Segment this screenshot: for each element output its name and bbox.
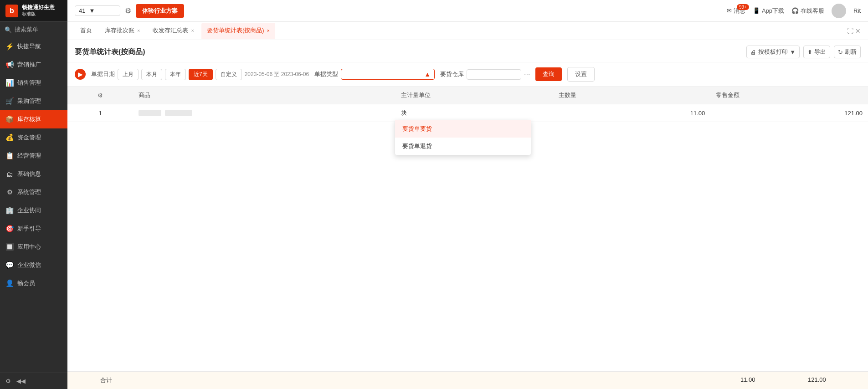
sidebar-item-enterprise[interactable]: 🏢 企业协同	[0, 201, 67, 220]
query-button[interactable]: 查询	[535, 67, 562, 81]
sidebar-item-sales[interactable]: 📊 销售管理	[0, 74, 67, 92]
tab-maximize-icon[interactable]: ⛶	[847, 27, 853, 35]
table-footer: 合计 11.00 121.00	[67, 371, 868, 389]
sidebar-item-label: 营销推广	[17, 61, 41, 69]
date-btn-this-year[interactable]: 本年	[165, 69, 186, 80]
tab-close-icon[interactable]: ×	[267, 28, 270, 33]
app-name: 畅捷通好生意	[22, 4, 55, 11]
warehouse-input[interactable]	[467, 69, 521, 80]
date-btn-this-month[interactable]: 本月	[141, 69, 162, 80]
sidebar-item-label: 经营管理	[17, 152, 41, 160]
type-dropdown-arrow[interactable]: ▲	[424, 71, 431, 78]
dropdown-item-order-return[interactable]: 要货单退货	[395, 138, 531, 155]
top-header: 41 ▼ ⚙ 体验行业方案 ✉ 消息 99+ 📱 App下载 🎧 在线客服 Ri…	[67, 0, 868, 22]
collapse-icon[interactable]: ◀◀	[16, 378, 26, 384]
purchase-icon: 🛒	[5, 97, 14, 105]
sidebar-item-label: 畅会员	[17, 279, 35, 287]
search-icon: 🔍	[5, 26, 12, 33]
tab-receivable-summary[interactable]: 收发存汇总表 ×	[147, 23, 199, 39]
sidebar-item-operations[interactable]: 📋 经营管理	[0, 147, 67, 165]
filter-toggle-btn[interactable]: ▶	[75, 69, 86, 80]
sidebar-item-guide[interactable]: 🎯 新手引导	[0, 220, 67, 238]
dropdown-item-label: 要货单退货	[402, 143, 432, 149]
export-button[interactable]: ⬆ 导出	[803, 46, 830, 58]
message-badge: 99+	[737, 4, 749, 10]
sidebar-item-quick-nav[interactable]: ⚡ 快捷导航	[0, 37, 67, 56]
app-download-label: App下载	[762, 7, 784, 15]
user-name: Rit	[853, 7, 861, 14]
service-label: 在线客服	[801, 7, 824, 15]
message-link[interactable]: ✉ 消息 99+	[727, 7, 745, 15]
tab-close-icon[interactable]: ×	[137, 28, 140, 33]
main-area: 41 ▼ ⚙ 体验行业方案 ✉ 消息 99+ 📱 App下载 🎧 在线客服 Ri…	[67, 0, 868, 389]
refresh-button[interactable]: ↻ 刷新	[834, 46, 861, 58]
more-filters-icon[interactable]: ···	[524, 70, 530, 78]
sidebar-item-wechat[interactable]: 💬 企业微信	[0, 256, 67, 274]
sidebar-item-label: 基础信息	[17, 170, 41, 178]
sidebar-item-label: 新手引导	[17, 225, 41, 233]
sidebar-item-label: 应用中心	[17, 243, 41, 251]
sidebar-item-label: 企业协同	[17, 206, 41, 215]
warehouse-field[interactable]	[471, 71, 516, 78]
tab-close-icon[interactable]: ×	[191, 28, 194, 33]
marketing-icon: 📢	[5, 61, 14, 69]
basic-icon: 🗂	[5, 170, 14, 178]
system-icon: ⚙	[5, 188, 14, 196]
sidebar-item-system[interactable]: ⚙ 系统管理	[0, 183, 67, 201]
dropdown-item-order-goods[interactable]: 要货单要货	[395, 120, 531, 138]
sidebar-item-appstore[interactable]: 🔲 应用中心	[0, 238, 67, 256]
app-download-link[interactable]: 📱 App下载	[753, 7, 784, 15]
row-amount[interactable]: 121.00	[710, 104, 868, 122]
header-gear-icon[interactable]: ⚙	[125, 6, 131, 15]
sidebar-item-inventory[interactable]: 📦 库存核算	[0, 110, 67, 128]
page-header: 要货单统计表(按商品) 🖨 按模板打印 ▼ ⬆ 导出 ↻ 刷新	[67, 40, 868, 62]
print-template-button[interactable]: 🖨 按模板打印 ▼	[746, 46, 800, 58]
tab-label: 收发存汇总表	[153, 26, 188, 35]
member-icon: 👤	[5, 279, 14, 287]
date-btn-last-month[interactable]: 上月	[118, 69, 139, 80]
page-title: 要货单统计表(按商品)	[75, 47, 145, 57]
export-label: 导出	[814, 48, 826, 56]
set-button[interactable]: 设置	[567, 67, 595, 82]
service-link[interactable]: 🎧 在线客服	[791, 7, 824, 15]
sidebar-search[interactable]: 🔍 搜索菜单	[0, 22, 67, 37]
finance-icon: 💰	[5, 133, 14, 142]
tab-order-stats[interactable]: 要货单统计表(按商品) ×	[201, 23, 275, 39]
print-template-label: 按模板打印	[758, 48, 788, 56]
sidebar-item-marketing[interactable]: 📢 营销推广	[0, 56, 67, 74]
breadcrumb-select[interactable]: 41 ▼	[75, 5, 120, 16]
settings-icon[interactable]: ⚙	[5, 378, 11, 384]
refresh-icon: ↻	[838, 49, 843, 56]
footer-amount-value: 121.00	[808, 376, 863, 384]
warehouse-filter-group: 要货仓库 ···	[440, 69, 530, 80]
export-icon: ⬆	[807, 49, 812, 56]
warehouse-label: 要货仓库	[440, 70, 464, 78]
app-logo: b 畅捷通好生意 标准版	[0, 0, 67, 22]
type-dropdown[interactable]: ▲	[341, 69, 435, 80]
enterprise-icon: 🏢	[5, 206, 14, 215]
sidebar-item-label: 企业微信	[17, 261, 41, 269]
col-header-goods: 商品	[133, 87, 395, 104]
sales-icon: 📊	[5, 79, 14, 87]
date-btn-custom[interactable]: 自定义	[216, 69, 242, 80]
sidebar-item-purchase[interactable]: 🛒 采购管理	[0, 92, 67, 110]
tab-bar: 首页 库存批次账 × 收发存汇总表 × 要货单统计表(按商品) × ⛶ ✕	[67, 22, 868, 40]
trial-button[interactable]: 体验行业方案	[136, 4, 184, 18]
sidebar-item-basic[interactable]: 🗂 基础信息	[0, 165, 67, 183]
date-btn-7days[interactable]: 近7天	[189, 69, 213, 80]
tab-inventory-batch[interactable]: 库存批次账 ×	[99, 23, 145, 39]
sidebar-item-label: 系统管理	[17, 188, 41, 196]
col-header-settings[interactable]: ⚙	[67, 87, 133, 104]
tab-home[interactable]: 首页	[75, 23, 98, 39]
sidebar-item-member[interactable]: 👤 畅会员	[0, 274, 67, 292]
col-header-amount: 零售金额	[710, 87, 868, 104]
type-input[interactable]	[345, 71, 421, 78]
tab-close-all-icon[interactable]: ✕	[855, 27, 861, 35]
user-avatar[interactable]	[832, 4, 846, 18]
settings-icon: ⚙	[98, 92, 103, 99]
sidebar-item-finance[interactable]: 💰 资金管理	[0, 128, 67, 147]
product-placeholder-1	[139, 110, 161, 116]
chevron-down-icon: ▼	[790, 49, 796, 56]
tab-label: 要货单统计表(按商品)	[207, 26, 264, 35]
row-qty[interactable]: 11.00	[553, 104, 711, 122]
